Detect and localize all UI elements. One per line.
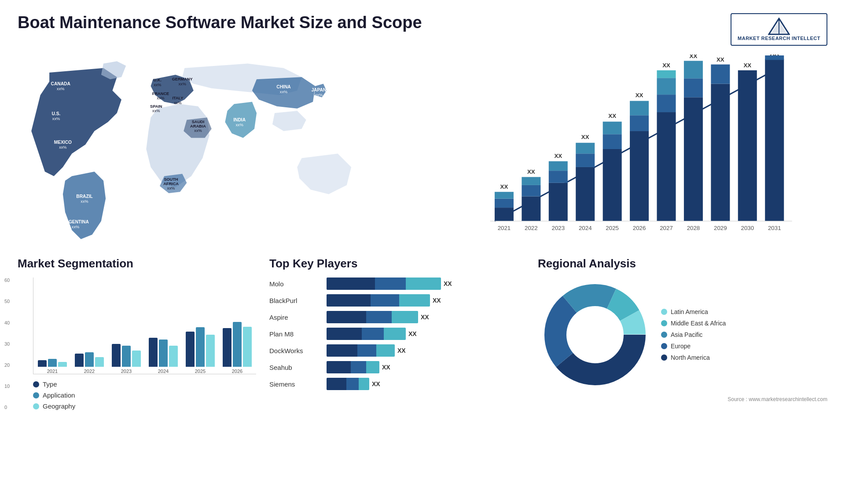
- seg-chart: 2021 2022: [33, 278, 256, 374]
- svg-text:2026: 2026: [633, 225, 646, 232]
- bar-chart-svg: XX 2021 XX 2022 XX 2023 XX 2024 XX: [450, 55, 827, 244]
- legend-europe: Europe: [661, 343, 726, 350]
- svg-text:2024: 2024: [579, 225, 592, 232]
- svg-rect-85: [765, 59, 784, 222]
- svg-rect-73: [684, 98, 703, 222]
- player-row-seahub: Seahub XX: [269, 361, 525, 373]
- svg-text:AFRICA: AFRICA: [163, 182, 179, 186]
- donut-wrapper: Latin America Middle East & Africa Asia …: [538, 278, 827, 392]
- svg-text:xx%: xx%: [152, 109, 160, 113]
- seg-y-axis: 60 50 40 30 20 10 0: [4, 278, 10, 410]
- svg-text:xx%: xx%: [72, 225, 79, 229]
- player-row-siemens: Siemens XX: [269, 378, 525, 390]
- svg-rect-82: [738, 70, 757, 221]
- player-name-dockworks: DockWorks: [269, 347, 322, 354]
- svg-rect-54: [576, 143, 595, 154]
- svg-text:XX: XX: [716, 57, 724, 63]
- regional-dot-europe: [661, 343, 667, 349]
- svg-rect-78: [711, 84, 730, 221]
- player-name-siemens: Siemens: [269, 380, 322, 388]
- donut-chart-svg: [538, 278, 652, 392]
- regional-section: Regional Analysis Lat: [538, 257, 827, 410]
- svg-text:2029: 2029: [714, 225, 727, 232]
- seg-bar-group-2024: [149, 338, 178, 367]
- svg-text:xx%: xx%: [315, 93, 323, 98]
- svg-text:ITALY: ITALY: [172, 96, 183, 101]
- regional-dot-asia: [661, 332, 667, 338]
- svg-text:ARGENTINA: ARGENTINA: [62, 219, 89, 224]
- player-bar-siemens: [327, 378, 369, 390]
- svg-text:SAUDI: SAUDI: [192, 120, 205, 124]
- svg-text:U.K.: U.K.: [154, 78, 162, 83]
- legend-application: Application: [33, 391, 256, 399]
- player-name-blackpurl: BlackPurl: [269, 297, 322, 304]
- svg-text:xx%: xx%: [174, 101, 181, 105]
- svg-rect-47: [549, 183, 568, 221]
- logo-icon: [768, 18, 790, 35]
- player-bar-aspire: [327, 311, 418, 323]
- svg-text:2022: 2022: [525, 225, 538, 232]
- svg-text:SOUTH: SOUTH: [164, 177, 178, 182]
- player-name-aspire: Aspire: [269, 314, 322, 321]
- svg-rect-42: [522, 197, 540, 221]
- regional-title: Regional Analysis: [538, 257, 827, 270]
- svg-rect-58: [603, 135, 622, 150]
- legend-dot-application: [33, 392, 39, 398]
- svg-rect-68: [657, 95, 676, 112]
- player-list: Molo XX BlackPurl: [269, 278, 525, 390]
- legend-mea: Middle East & Africa: [661, 320, 726, 327]
- seg-bar-group-2023: [112, 344, 141, 367]
- svg-text:CHINA: CHINA: [276, 84, 291, 89]
- svg-text:2030: 2030: [741, 225, 754, 232]
- player-bar-planm8: [327, 328, 406, 340]
- svg-text:xx%: xx%: [280, 90, 287, 94]
- svg-text:xx%: xx%: [52, 117, 60, 121]
- svg-text:XX: XX: [636, 92, 643, 99]
- regional-dot-latin: [661, 309, 667, 315]
- player-name-seahub: Seahub: [269, 364, 322, 371]
- player-name-planm8: Plan M8: [269, 330, 322, 338]
- svg-text:XX: XX: [554, 153, 562, 160]
- player-bar-blackpurl: [327, 294, 430, 307]
- svg-text:2031: 2031: [768, 225, 781, 232]
- segmentation-section: Market Segmentation 60 50 40 30 20 10 0: [18, 257, 256, 410]
- logo-text: MARKET RESEARCH INTELLECT: [738, 35, 820, 41]
- seg-bar-group-2026: [223, 322, 252, 367]
- player-name-molo: Molo: [269, 280, 322, 288]
- seg-legend: Type Application Geography: [33, 380, 256, 410]
- svg-rect-39: [495, 192, 514, 199]
- svg-text:XX: XX: [527, 169, 535, 175]
- seg-bar-group-2021: [38, 359, 67, 367]
- map-svg: CANADA xx% U.S. xx% MEXICO xx% BRAZIL xx…: [18, 55, 433, 244]
- player-row-dockworks: DockWorks XX: [269, 344, 525, 357]
- regional-dot-north-america: [661, 354, 667, 361]
- svg-text:xx%: xx%: [157, 96, 164, 101]
- svg-rect-53: [576, 154, 595, 168]
- top-row: CANADA xx% U.S. xx% MEXICO xx% BRAZIL xx…: [18, 55, 827, 244]
- svg-rect-79: [711, 65, 730, 84]
- svg-rect-59: [603, 122, 622, 135]
- svg-text:xx%: xx%: [194, 128, 202, 133]
- player-bar-seahub: [327, 361, 379, 373]
- svg-text:xx%: xx%: [178, 82, 186, 86]
- legend-north-america: North America: [661, 354, 726, 361]
- svg-text:XX: XX: [608, 113, 616, 120]
- svg-rect-48: [549, 171, 568, 183]
- svg-rect-52: [576, 167, 595, 221]
- svg-text:SPAIN: SPAIN: [150, 104, 162, 109]
- svg-text:xx%: xx%: [59, 145, 66, 150]
- svg-text:XX: XX: [689, 55, 697, 59]
- svg-text:MEXICO: MEXICO: [54, 140, 72, 145]
- logo: MARKET RESEARCH INTELLECT: [731, 13, 827, 46]
- svg-rect-37: [495, 208, 514, 221]
- svg-text:xx%: xx%: [81, 199, 88, 204]
- svg-text:xx%: xx%: [57, 87, 64, 91]
- bottom-row: Market Segmentation 60 50 40 30 20 10 0: [18, 257, 827, 410]
- svg-point-95: [569, 308, 621, 361]
- player-row-planm8: Plan M8 XX: [269, 328, 525, 340]
- player-row-molo: Molo XX: [269, 278, 525, 290]
- svg-text:INDIA: INDIA: [233, 117, 246, 122]
- svg-text:xx%: xx%: [167, 186, 175, 190]
- player-bar-dockworks: [327, 344, 395, 357]
- svg-text:2021: 2021: [498, 225, 511, 232]
